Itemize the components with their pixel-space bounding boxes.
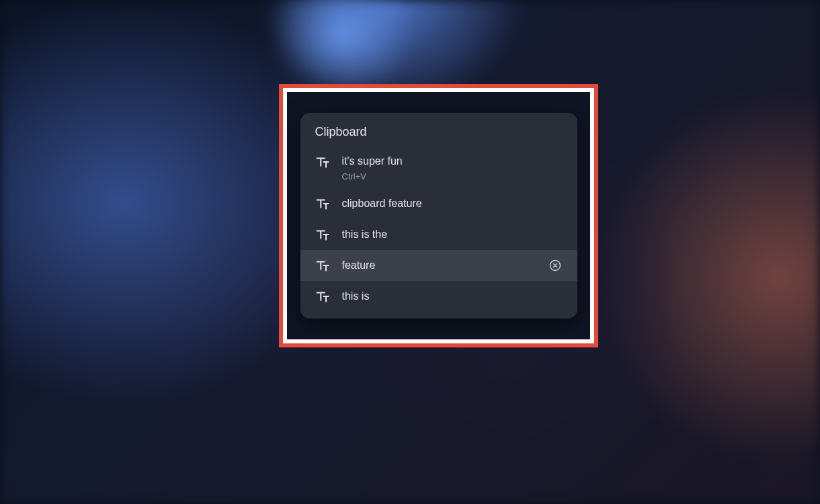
clipboard-item-body: this is the [342, 227, 563, 242]
clipboard-item[interactable]: feature [300, 250, 577, 281]
clipboard-item-body: it's super fun Ctrl+V [342, 154, 563, 181]
clipboard-item-body: clipboard feature [342, 196, 563, 211]
clipboard-item[interactable]: clipboard feature [300, 188, 577, 219]
clipboard-item[interactable]: this is the [300, 219, 577, 250]
text-icon [315, 155, 330, 170]
annotation-highlight-frame: Clipboard it's super fun Ctrl+V [279, 84, 598, 347]
clipboard-panel-title: Clipboard [300, 113, 577, 149]
clipboard-item[interactable]: this is [300, 281, 577, 312]
text-icon [315, 290, 330, 304]
clipboard-item-text: this is the [342, 227, 563, 242]
delete-clipboard-item-button[interactable] [548, 258, 563, 273]
clipboard-item[interactable]: it's super fun Ctrl+V [300, 149, 577, 188]
clipboard-panel: Clipboard it's super fun Ctrl+V [300, 113, 577, 319]
clipboard-item-body: feature [342, 258, 548, 273]
clipboard-item-body: this is [342, 289, 563, 304]
clipboard-item-text: clipboard feature [342, 196, 563, 211]
clipboard-item-text: this is [342, 289, 563, 304]
text-icon [315, 259, 330, 274]
annotation-highlight-inner: Clipboard it's super fun Ctrl+V [287, 92, 590, 339]
clipboard-item-text: it's super fun [342, 154, 563, 169]
text-icon [315, 197, 330, 212]
text-icon [315, 228, 330, 243]
close-circle-icon [548, 259, 562, 272]
clipboard-item-shortcut: Ctrl+V [342, 171, 563, 181]
clipboard-item-text: feature [342, 258, 548, 273]
